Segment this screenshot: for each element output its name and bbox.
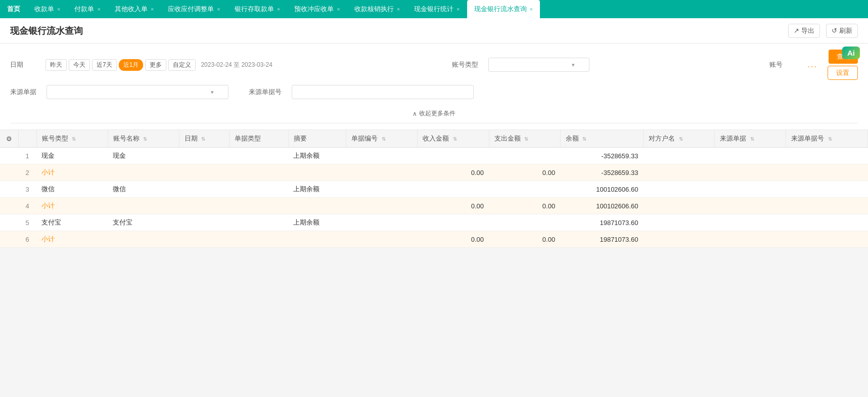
table-cell: -3528659.33 [560, 164, 643, 181]
nav-tab-yushou[interactable]: 预收冲应收单 × [287, 0, 347, 18]
th-source-voucher[interactable]: 来源单据 ⇅ [714, 130, 786, 148]
table-cell: 2 [18, 164, 36, 181]
nav-tab-liushui[interactable]: 现金银行流水查询 × [467, 0, 540, 18]
account-type-select[interactable]: ▾ [488, 58, 589, 72]
table-cell: 微信 [36, 181, 108, 198]
close-icon[interactable]: × [57, 6, 60, 12]
table-cell [230, 181, 288, 198]
nav-tab-shoukuanxiaoxiao[interactable]: 收款核销执行 × [347, 0, 407, 18]
source-voucher-num-label: 来源单据号 [249, 87, 282, 97]
close-icon[interactable]: × [337, 6, 340, 12]
date-range-text: 2023-02-24 至 2023-03-24 [201, 61, 272, 69]
date-today[interactable]: 今天 [69, 59, 90, 71]
table-cell [346, 231, 418, 248]
refresh-icon: ↺ [832, 27, 837, 34]
date-yesterday[interactable]: 昨天 [45, 59, 67, 71]
table-cell: 小计 [36, 231, 108, 248]
table-cell: 4 [18, 198, 36, 214]
close-icon[interactable]: × [151, 6, 154, 12]
table-cell [0, 214, 18, 231]
source-voucher-select[interactable]: ▾ [47, 85, 229, 99]
close-icon[interactable]: × [530, 6, 533, 12]
close-icon[interactable]: × [277, 6, 280, 12]
close-icon[interactable]: × [397, 6, 400, 12]
table-cell [230, 148, 288, 164]
close-icon[interactable]: × [456, 6, 460, 12]
table-cell [714, 198, 786, 214]
table-cell [179, 181, 230, 198]
date-7days[interactable]: 近7天 [92, 59, 117, 71]
table-cell [643, 214, 714, 231]
export-button[interactable]: ↗ 导出 [788, 24, 820, 38]
table-cell: 1 [18, 148, 36, 164]
table-cell [179, 148, 230, 164]
header-actions: ↗ 导出 ↺ 刷新 [788, 24, 858, 38]
th-account-type[interactable]: 账号类型 ⇅ [36, 130, 108, 148]
account-type-label: 账号类型 [452, 60, 478, 69]
table-cell: 小计 [36, 164, 108, 181]
account-dots[interactable]: ... [808, 60, 817, 69]
page-header: 现金银行流水查询 ↗ 导出 ↺ 刷新 [0, 18, 868, 43]
table-cell [179, 214, 230, 231]
table-cell [179, 164, 230, 181]
th-expense[interactable]: 支出金额 ⇅ [489, 130, 560, 148]
table-row: 3微信微信上期余额100102606.60 [0, 181, 868, 198]
table-cell [643, 164, 714, 181]
close-icon[interactable]: × [217, 6, 220, 12]
table-cell: 0.00 [489, 231, 560, 248]
th-income[interactable]: 收入金额 ⇅ [418, 130, 489, 148]
source-voucher-label: 来源单据 [10, 87, 36, 97]
date-more[interactable]: 更多 [145, 59, 166, 71]
table-cell [0, 164, 18, 181]
close-icon[interactable]: × [97, 6, 100, 12]
th-date[interactable]: 日期 ⇅ [179, 130, 230, 148]
th-counterpart[interactable]: 对方户名 ⇅ [643, 130, 714, 148]
nav-tab-xianjinyinhang[interactable]: 现金银行统计 × [407, 0, 467, 18]
table-cell: 3 [18, 181, 36, 198]
refresh-button[interactable]: ↺ 刷新 [826, 24, 858, 38]
th-gear[interactable]: ⚙ [0, 130, 18, 148]
table-cell [714, 231, 786, 248]
table-cell [489, 214, 560, 231]
ai-badge[interactable]: Ai [842, 47, 860, 59]
th-voucher-num[interactable]: 单据编号 ⇅ [346, 130, 418, 148]
table-cell: 19871073.60 [560, 231, 643, 248]
table-header-row: ⚙ 账号类型 ⇅ 账号名称 ⇅ 日期 ⇅ 单据类型 [0, 130, 868, 148]
nav-tab-fukuan[interactable]: 付款单 × [67, 0, 107, 18]
table-cell [108, 231, 179, 248]
nav-tab-shoukuan[interactable]: 收款单 × [27, 0, 67, 18]
settings-button[interactable]: 设置 [828, 66, 858, 80]
table-cell [288, 231, 346, 248]
table-cell: 6 [18, 231, 36, 248]
table-cell: 0.00 [418, 164, 489, 181]
table-cell [786, 231, 868, 248]
collapse-button[interactable]: ∧ 收起更多条件 [413, 107, 455, 120]
table-cell [786, 214, 868, 231]
source-voucher-num-input[interactable] [292, 85, 474, 99]
table-cell: 100102606.60 [560, 181, 643, 198]
nav-tab-qitashouruden[interactable]: 其他收入单 × [108, 0, 161, 18]
account-label: 账号 [769, 60, 795, 69]
th-source-num[interactable]: 来源单据号 ⇅ [786, 130, 868, 148]
table-cell [179, 198, 230, 214]
th-balance[interactable]: 余额 ⇅ [560, 130, 643, 148]
top-navigation: 首页 收款单 × 付款单 × 其他收入单 × 应收应付调整单 × 银行存取款单 … [0, 0, 868, 18]
table-cell: 现金 [108, 148, 179, 164]
sort-icon: ⇅ [582, 136, 586, 142]
th-voucher-type: 单据类型 [230, 130, 288, 148]
nav-tab-yinhangcuqu[interactable]: 银行存取款单 × [227, 0, 287, 18]
th-account-name[interactable]: 账号名称 ⇅ [108, 130, 179, 148]
table-cell [786, 148, 868, 164]
table-row: 1现金现金上期余额-3528659.33 [0, 148, 868, 164]
nav-tab-yingshouyingfu[interactable]: 应收应付调整单 × [161, 0, 227, 18]
date-1month[interactable]: 近1月 [119, 59, 144, 71]
table-cell [288, 198, 346, 214]
table-cell [288, 164, 346, 181]
nav-home[interactable]: 首页 [0, 0, 27, 18]
table-body: 1现金现金上期余额-3528659.332小计0.000.00-3528659.… [0, 148, 868, 248]
sort-icon: ⇅ [453, 136, 457, 142]
filter-area: 日期 昨天 今天 近7天 近1月 更多 自定义 2023-02-24 至 202… [0, 43, 868, 130]
date-custom[interactable]: 自定义 [168, 59, 196, 71]
table-cell: 支付宝 [36, 214, 108, 231]
sort-icon: ⇅ [750, 136, 754, 142]
